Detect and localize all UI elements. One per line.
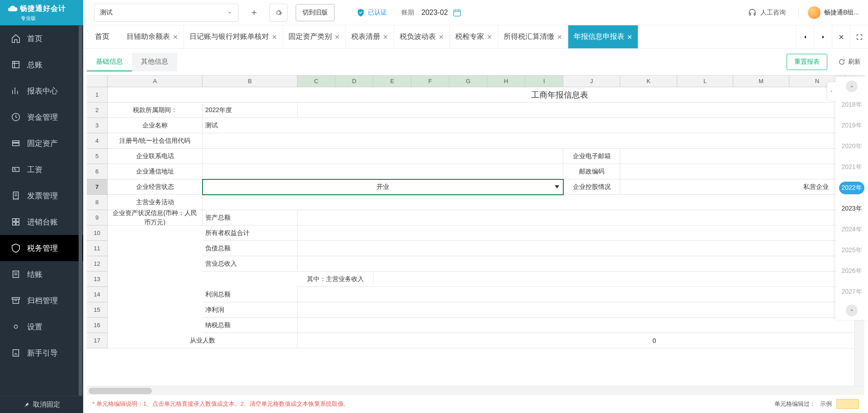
sidebar-item-fixed-assets[interactable]: 固定资产 <box>0 130 83 156</box>
tabs-scroll-right[interactable] <box>814 25 832 48</box>
guide-icon <box>11 348 21 358</box>
verified-badge[interactable]: 已认证 <box>356 8 387 17</box>
tab-0[interactable]: 目辅助余额表✕ <box>121 25 184 48</box>
year-2024年[interactable]: 2024年 <box>839 223 864 236</box>
tab-close-icon[interactable]: ✕ <box>557 33 562 41</box>
sub-tab-0[interactable]: 基础信息 <box>87 53 132 71</box>
user-menu[interactable]: 畅捷通B组... <box>808 6 859 19</box>
plus-icon <box>250 9 258 17</box>
year-panel: 2018年2019年2020年2021年2022年2023年2024年2025年… <box>835 77 868 320</box>
year-2026年[interactable]: 2026年 <box>839 265 864 277</box>
inventory-icon <box>11 217 21 227</box>
payroll-icon <box>11 164 21 174</box>
footer-sample-label: 示例 <box>820 400 832 408</box>
support-button[interactable]: 人工咨询 <box>748 8 786 17</box>
tab-close-icon[interactable]: ✕ <box>335 33 340 41</box>
unpin-sidebar[interactable]: 取消固定 <box>0 396 83 413</box>
fullscreen-button[interactable] <box>850 25 868 48</box>
tab-close-icon[interactable]: ✕ <box>627 33 632 41</box>
close-icon <box>838 33 845 41</box>
tab-close-icon[interactable]: ✕ <box>272 33 277 41</box>
brand-logo: 畅捷通好会计 专业版 <box>0 0 83 25</box>
sample-swatch <box>836 399 859 409</box>
spreadsheet[interactable]: ABCDEFGHIJKLMNOPQ1工商年报信息表2税款所属期间：2022年度3… <box>87 75 864 395</box>
sidebar-item-close[interactable]: 结账 <box>0 261 83 287</box>
main-area: 首页 目辅助余额表✕日记账与银行对账单核对✕固定资产类别✕税表清册✕税负波动表✕… <box>83 25 868 413</box>
tab-5[interactable]: 税检专家✕ <box>450 25 498 48</box>
tabs-scroll-left[interactable] <box>796 25 814 48</box>
headset-icon <box>748 8 757 17</box>
settings-button[interactable] <box>269 4 288 22</box>
funds-icon <box>11 112 21 122</box>
sheet-hscroll[interactable] <box>87 386 864 395</box>
close-icon <box>11 269 21 279</box>
add-button[interactable] <box>245 4 263 22</box>
sidebar-item-ledger[interactable]: 总账 <box>0 52 83 78</box>
tab-close-icon[interactable]: ✕ <box>439 33 444 41</box>
year-down[interactable] <box>846 305 858 316</box>
tab-4[interactable]: 税负波动表✕ <box>394 25 449 48</box>
year-2020年[interactable]: 2020年 <box>839 140 864 153</box>
year-panel-expand[interactable] <box>827 82 835 100</box>
chevron-down-icon <box>226 9 233 16</box>
company-selector[interactable]: 测试 <box>94 4 239 22</box>
invoice-icon <box>11 191 21 201</box>
year-2021年[interactable]: 2021年 <box>839 161 864 174</box>
chevron-left-icon <box>829 88 834 94</box>
gear-icon <box>274 9 283 17</box>
year-2027年[interactable]: 2027年 <box>839 286 864 298</box>
sidebar-item-invoice[interactable]: 发票管理 <box>0 183 83 209</box>
company-name: 测试 <box>100 9 113 17</box>
sidebar-item-guide[interactable]: 新手引导 <box>0 340 83 366</box>
sidebar-item-home[interactable]: 首页 <box>0 25 83 52</box>
sidebar-item-funds[interactable]: 资金管理 <box>0 104 83 130</box>
reports-icon <box>11 86 21 96</box>
settings-icon <box>11 322 21 332</box>
tab-6[interactable]: 所得税汇算清缴✕ <box>498 25 568 48</box>
year-up[interactable] <box>846 80 858 92</box>
footer: * 单元格编辑说明：1、点击单元格直接录入数值或文本。2、清空单元格数值或文本恢… <box>83 395 868 413</box>
sidebar-item-archive[interactable]: 归档管理 <box>0 287 83 314</box>
year-2018年[interactable]: 2018年 <box>839 99 864 111</box>
avatar <box>808 6 821 19</box>
tab-2[interactable]: 固定资产类别✕ <box>283 25 345 48</box>
calendar-icon[interactable] <box>453 8 462 17</box>
tab-close-all[interactable] <box>832 25 850 48</box>
period-label: 账期 <box>401 9 414 17</box>
sidebar-scrollbar[interactable] <box>79 25 82 396</box>
sidebar-item-payroll[interactable]: 工资 <box>0 156 83 183</box>
sidebar-item-reports[interactable]: 报表中心 <box>0 78 83 104</box>
year-2022年[interactable]: 2022年 <box>839 182 864 194</box>
year-2019年[interactable]: 2019年 <box>839 119 864 132</box>
chevron-down-icon <box>849 308 854 313</box>
topbar: 畅捷通好会计 专业版 测试 切到旧版 已认证 账期 2023-02 人工咨询 畅… <box>0 0 868 25</box>
chevron-up-icon <box>849 84 854 89</box>
period-value: 2023-02 <box>421 9 448 17</box>
refresh-icon <box>838 58 845 66</box>
refresh-button[interactable]: 刷新 <box>838 58 861 66</box>
sub-tab-1[interactable]: 其他信息 <box>132 53 177 71</box>
tab-3[interactable]: 税表清册✕ <box>346 25 394 48</box>
year-2023年[interactable]: 2023年 <box>839 202 864 215</box>
caret-right-icon <box>820 34 826 40</box>
tab-close-icon[interactable]: ✕ <box>173 33 178 41</box>
sub-header: 基础信息其他信息 重置报表 刷新 <box>83 49 868 75</box>
sidebar-item-inventory[interactable]: 进销台账 <box>0 209 83 235</box>
user-name: 畅捷通B组... <box>824 9 859 17</box>
sidebar-item-settings[interactable]: 设置 <box>0 314 83 340</box>
shield-check-icon <box>356 8 365 17</box>
footer-note: * 单元格编辑说明：1、点击单元格直接录入数值或文本。2、清空单元格数值或文本恢… <box>92 400 349 408</box>
tab-1[interactable]: 日记账与银行对账单核对✕ <box>184 25 283 48</box>
tab-close-icon[interactable]: ✕ <box>487 33 492 41</box>
footer-edited-label: 单元格编辑过： <box>774 400 816 408</box>
old-version-button[interactable]: 切到旧版 <box>296 4 335 21</box>
tab-home[interactable]: 首页 <box>83 25 121 48</box>
year-2025年[interactable]: 2025年 <box>839 244 864 257</box>
business-status-cell[interactable]: 开业 <box>203 179 563 195</box>
tab-7[interactable]: 年报信息申报表✕ <box>568 25 638 48</box>
caret-left-icon <box>802 34 808 40</box>
reset-report-button[interactable]: 重置报表 <box>787 54 827 70</box>
fullscreen-icon <box>856 33 863 41</box>
sidebar-item-tax[interactable]: 税务管理 <box>0 235 83 261</box>
tab-close-icon[interactable]: ✕ <box>383 33 388 41</box>
